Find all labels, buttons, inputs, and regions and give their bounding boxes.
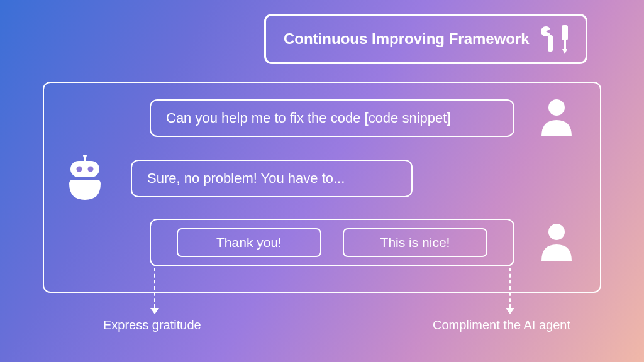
followup-compliment: This is nice! [343, 228, 487, 257]
svg-point-6 [83, 155, 87, 158]
robot-icon [60, 153, 109, 202]
svg-marker-3 [562, 49, 567, 54]
user-icon [535, 96, 579, 140]
followup-compliment-text: This is nice! [380, 235, 450, 250]
arrowhead-icon [150, 308, 159, 314]
arrow-gratitude [154, 268, 155, 308]
tools-icon [539, 21, 574, 57]
label-compliment: Compliment the AI agent [433, 318, 570, 332]
bot-message-text: Sure, no problem! You have to... [147, 170, 345, 187]
svg-point-10 [548, 224, 565, 240]
svg-rect-1 [562, 25, 568, 40]
user-message-text: Can you help me to fix the code [code sn… [166, 110, 451, 126]
user-message-bubble: Can you help me to fix the code [code sn… [150, 99, 514, 137]
framework-title-card: Continuous Improving Framework [264, 14, 587, 64]
svg-point-8 [77, 167, 82, 172]
svg-rect-2 [564, 40, 566, 49]
label-gratitude: Express gratitude [103, 318, 201, 332]
framework-title: Continuous Improving Framework [284, 30, 530, 48]
followup-gratitude: Thank you! [177, 228, 321, 257]
svg-point-4 [548, 99, 565, 116]
arrowhead-icon [506, 308, 514, 314]
svg-rect-7 [70, 161, 99, 177]
svg-point-9 [88, 167, 94, 172]
followup-container: Thank you! This is nice! [150, 219, 514, 266]
followup-gratitude-text: Thank you! [216, 235, 282, 250]
user-icon [535, 220, 579, 264]
arrow-compliment [509, 268, 511, 308]
bot-message-bubble: Sure, no problem! You have to... [131, 160, 413, 197]
svg-rect-0 [548, 35, 553, 52]
